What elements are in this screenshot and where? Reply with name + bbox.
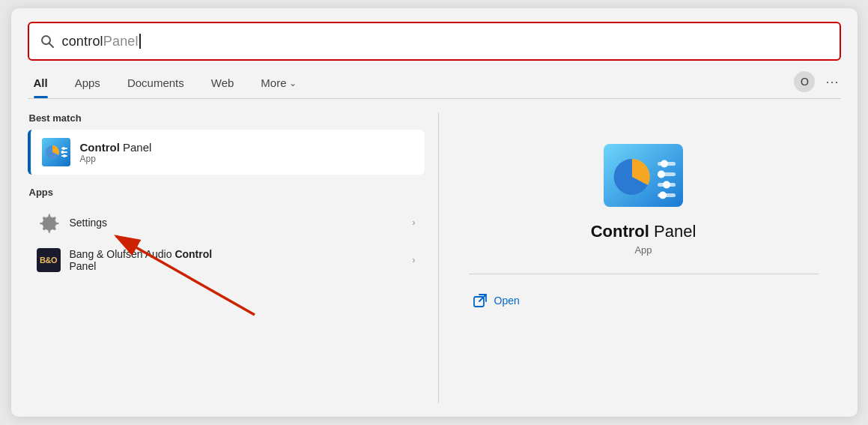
best-match-subtitle: App — [80, 154, 152, 164]
svg-point-10 — [63, 154, 66, 157]
text-cursor — [139, 34, 141, 49]
right-panel-title: Control Panel — [591, 222, 696, 241]
best-match-label: Best match — [28, 112, 425, 124]
cortana-button[interactable]: O — [794, 71, 815, 92]
tabs-row: All Apps Documents Web More ⌄ O ··· — [28, 71, 841, 99]
bo-icon: B&O — [37, 248, 61, 272]
bo-chevron-icon: › — [413, 255, 416, 265]
svg-point-19 — [658, 171, 665, 178]
open-external-icon — [473, 294, 487, 307]
chevron-down-icon: ⌄ — [289, 78, 297, 88]
bo-audio-app-item[interactable]: B&O Bang & Olufsen Audio ControlPanel › — [28, 241, 425, 279]
tabs-right-actions: O ··· — [794, 71, 840, 98]
settings-app-name: Settings — [70, 217, 404, 229]
right-panel: Control Panel App Open — [446, 112, 841, 403]
search-bar[interactable]: controlPanel — [28, 22, 841, 61]
control-panel-icon-small — [41, 137, 71, 167]
best-match-info: Control Panel App — [80, 141, 152, 164]
search-value-bold: control — [62, 34, 103, 49]
settings-app-item[interactable]: Settings › — [28, 204, 425, 241]
apps-section-label: Apps — [28, 187, 425, 198]
search-value-light: Panel — [103, 34, 139, 49]
more-options-button[interactable]: ··· — [824, 74, 840, 90]
svg-point-9 — [61, 151, 64, 154]
main-content: Best match — [28, 112, 841, 403]
svg-line-1 — [49, 43, 53, 48]
search-icon — [40, 34, 55, 49]
tab-apps[interactable]: Apps — [61, 71, 114, 98]
left-panel: Best match — [28, 112, 432, 403]
open-button[interactable]: Open — [469, 288, 819, 313]
search-input[interactable]: controlPanel — [62, 34, 141, 49]
tab-all[interactable]: All — [28, 71, 61, 98]
best-match-title: Control Panel — [80, 141, 152, 154]
svg-point-20 — [663, 181, 670, 189]
open-label: Open — [494, 295, 520, 307]
right-panel-subtitle: App — [634, 244, 652, 256]
right-panel-divider — [469, 274, 819, 274]
tab-web[interactable]: Web — [198, 71, 248, 98]
tab-more-label: More — [261, 76, 286, 89]
svg-point-18 — [661, 160, 668, 168]
bo-app-name: Bang & Olufsen Audio ControlPanel — [70, 248, 404, 272]
control-panel-icon-large — [602, 142, 685, 211]
settings-chevron-icon: › — [413, 217, 416, 228]
settings-icon — [37, 211, 61, 235]
tab-more[interactable]: More ⌄ — [247, 71, 309, 98]
svg-point-21 — [659, 192, 667, 199]
right-panel-actions: Open — [469, 288, 819, 313]
svg-point-8 — [62, 147, 65, 150]
best-match-item[interactable]: Control Panel App — [28, 130, 425, 175]
search-bar-container: controlPanel — [28, 22, 841, 61]
tab-documents[interactable]: Documents — [114, 71, 198, 98]
panel-divider — [438, 112, 439, 403]
